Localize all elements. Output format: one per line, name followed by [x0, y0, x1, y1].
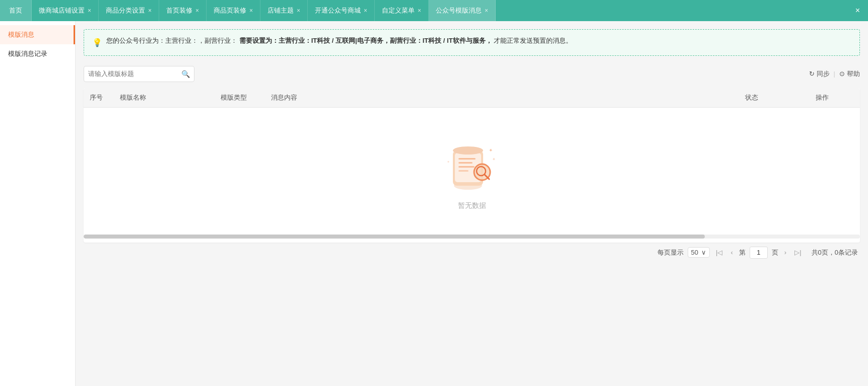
- page-label-prefix: 第: [739, 248, 746, 257]
- svg-text:✦: ✦: [447, 160, 450, 164]
- search-bar: 🔍 ↻ 同步 | ⊙ 帮助: [84, 66, 860, 82]
- empty-state: ✦ ✦ ✦ 暂无数据: [84, 108, 860, 230]
- sidebar-item-template-msg[interactable]: 模版消息: [0, 25, 75, 44]
- tab-close-open-mall[interactable]: ×: [364, 7, 367, 14]
- svg-rect-6: [458, 166, 475, 168]
- tab-close-template-msg[interactable]: ×: [485, 7, 488, 14]
- page-size-value: 50: [691, 249, 698, 256]
- tab-close-wechat-shop[interactable]: ×: [88, 7, 91, 14]
- info-banner-text: 您的公众号行业为：主营行业：，副营行业： 需要设置为：主营行业：IT科技 / 互…: [106, 36, 572, 46]
- nav-tab-wechat-shop[interactable]: 微商城店铺设置×: [32, 0, 99, 21]
- nav-tab-open-mall[interactable]: 开通公众号商城×: [308, 0, 375, 21]
- page-size-chevron: ∨: [701, 249, 706, 256]
- close-all-button[interactable]: ×: [847, 6, 868, 15]
- th-seq: 序号: [84, 88, 114, 108]
- nav-tab-shop-theme[interactable]: 店铺主题×: [260, 0, 308, 21]
- svg-point-3: [453, 146, 483, 155]
- nav-tab-product-decor[interactable]: 商品页装修×: [207, 0, 260, 21]
- empty-illustration: ✦ ✦ ✦: [442, 138, 502, 193]
- top-navigation: 首页微商城店铺设置×商品分类设置×首页装修×商品页装修×店铺主题×开通公众号商城…: [0, 0, 868, 21]
- horizontal-scrollbar[interactable]: [84, 235, 860, 239]
- nav-tab-custom-menu[interactable]: 自定义菜单×: [375, 0, 429, 21]
- sync-icon: ↻: [809, 70, 815, 78]
- sidebar-item-template-msg-record[interactable]: 模版消息记录: [0, 44, 75, 63]
- next-page-button[interactable]: ›: [782, 248, 788, 257]
- nav-tab-category-setting[interactable]: 商品分类设置×: [99, 0, 159, 21]
- page-total: 共0页，0条记录: [812, 248, 858, 257]
- content-area: 💡 您的公众号行业为：主营行业：，副营行业： 需要设置为：主营行业：IT科技 /…: [76, 21, 868, 386]
- nav-tab-template-msg[interactable]: 公众号模版消息×: [429, 0, 496, 21]
- top-actions: ↻ 同步 | ⊙ 帮助: [809, 69, 860, 79]
- page-input[interactable]: [750, 247, 768, 259]
- nav-tab-home[interactable]: 首页: [0, 0, 32, 21]
- first-page-button[interactable]: |◁: [714, 248, 724, 257]
- page-size-label: 每页显示: [657, 248, 684, 257]
- main-layout: 模版消息模版消息记录 💡 您的公众号行业为：主营行业：，副营行业： 需要设置为：…: [0, 21, 868, 386]
- page-size-select[interactable]: 50 ∨: [688, 247, 710, 258]
- svg-text:✦: ✦: [489, 147, 493, 153]
- search-input-wrap[interactable]: 🔍: [84, 66, 194, 82]
- info-banner: 💡 您的公众号行业为：主营行业：，副营行业： 需要设置为：主营行业：IT科技 /…: [84, 29, 860, 56]
- th-status: 状态: [739, 88, 810, 108]
- pagination: 每页显示 50 ∨ |◁ ‹ 第 页 › ▷| 共0页，0条记录: [84, 243, 860, 263]
- th-type: 模版类型: [215, 88, 265, 108]
- page-label-suffix: 页: [772, 248, 778, 257]
- svg-rect-7: [458, 170, 469, 172]
- prev-page-button[interactable]: ‹: [728, 248, 735, 257]
- tab-close-product-decor[interactable]: ×: [249, 7, 253, 14]
- th-name: 模版名称: [114, 88, 215, 108]
- scrollbar-thumb: [84, 235, 705, 239]
- bulb-icon: 💡: [92, 36, 102, 49]
- search-input[interactable]: [88, 70, 181, 78]
- sidebar: 模版消息模版消息记录: [0, 21, 76, 386]
- help-icon: ⊙: [839, 70, 845, 78]
- svg-rect-4: [458, 158, 476, 160]
- svg-text:✦: ✦: [492, 157, 496, 162]
- svg-rect-5: [458, 162, 473, 164]
- tab-close-category-setting[interactable]: ×: [148, 7, 152, 14]
- sync-button[interactable]: ↻ 同步: [809, 69, 830, 79]
- tab-close-shop-theme[interactable]: ×: [297, 7, 300, 14]
- table-header: 序号模版名称模版类型消息内容状态操作: [84, 88, 860, 108]
- data-table: 序号模版名称模版类型消息内容状态操作: [84, 88, 860, 108]
- th-content: 消息内容: [265, 88, 739, 108]
- th-action: 操作: [810, 88, 860, 108]
- tab-close-custom-menu[interactable]: ×: [418, 7, 421, 14]
- toolbar-divider: |: [834, 70, 835, 78]
- nav-tab-home-decor[interactable]: 首页装修×: [159, 0, 207, 21]
- table-container: 序号模版名称模版类型消息内容状态操作: [84, 88, 860, 243]
- empty-text: 暂无数据: [458, 201, 486, 210]
- search-icon[interactable]: 🔍: [181, 70, 190, 78]
- help-button[interactable]: ⊙ 帮助: [839, 69, 860, 79]
- tab-close-home-decor[interactable]: ×: [195, 7, 199, 14]
- last-page-button[interactable]: ▷|: [792, 248, 803, 257]
